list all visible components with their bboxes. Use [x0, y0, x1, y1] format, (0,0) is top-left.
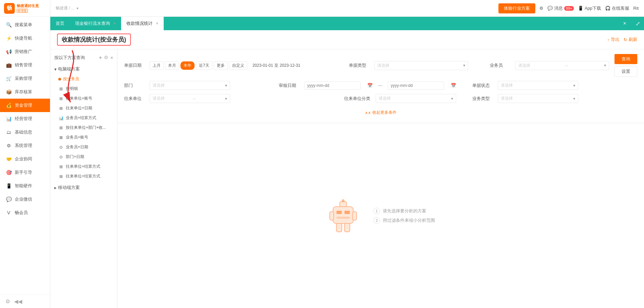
dept-select[interactable]: 请选择 ▾	[150, 81, 230, 90]
settings-button[interactable]: 设置	[614, 66, 637, 77]
mobile-section-title[interactable]: ▸ 移动端方案	[50, 183, 117, 193]
biz-type-select[interactable]: 请选择 ▾	[498, 94, 578, 103]
date-btn-more[interactable]: 更多	[214, 61, 228, 70]
scheme-settings-icon[interactable]: ⚙	[104, 55, 108, 61]
close-all-tabs-icon[interactable]: ×	[618, 20, 632, 27]
unit-settle2-icon: ⊞	[58, 174, 64, 179]
sidebar-item-sales[interactable]: 💼 销售管理	[0, 58, 50, 72]
sidebar-item-enterprise[interactable]: 🤝 企业协同	[0, 152, 50, 166]
notification-badge: 99+	[564, 6, 574, 11]
date-to: 2023-12-31	[280, 63, 300, 68]
right-content: 单据日期 上月 本月 本年 近7天 更多 自定义 2023-01-01 至 20…	[117, 49, 644, 308]
purchase-icon: 🛒	[5, 75, 12, 82]
date-btn-this-month[interactable]: 本月	[165, 61, 179, 70]
step-num-2: 2	[373, 217, 380, 224]
sidebar-item-vip[interactable]: V 畅会员	[0, 206, 50, 219]
scheme-unit-settle2[interactable]: ⊞ 往来单位+结算方式	[50, 171, 117, 181]
expand-tabs-icon[interactable]: ⤢	[632, 20, 644, 27]
doc-type-select[interactable]: 请选择 ▾	[374, 61, 468, 70]
svg-rect-0	[333, 207, 353, 223]
salesperson-more-icon[interactable]: ···	[565, 63, 568, 68]
sidebar-item-marketing[interactable]: 📢 营销推广	[0, 45, 50, 58]
sidebar-item-operation[interactable]: 📊 经营管理	[0, 112, 50, 125]
topbar: 畅捷通 / ... ▾ 体验行业方案 ⚙ 💬 消息 99+ 📱 App下载 🎧 …	[50, 0, 644, 17]
refresh-button[interactable]: ↻ 刷新	[624, 37, 637, 43]
calendar-from-icon[interactable]: 📅	[367, 83, 373, 88]
salesperson-select[interactable]: 请选择 ··· ▾	[515, 61, 609, 70]
salesperson-date-icon: ⊙	[58, 145, 64, 150]
tab-bank-flow-close[interactable]: ×	[113, 21, 116, 26]
breadcrumb-chevron[interactable]: ▾	[76, 6, 78, 11]
tab-bank-flow[interactable]: 现金银行流水查询 ×	[70, 17, 121, 30]
app-download-action[interactable]: 📱 App下载	[578, 5, 601, 11]
date-btn-this-year[interactable]: 本年	[180, 61, 195, 70]
scheme-unit-settle1[interactable]: ⊞ 往来单位+结算方式	[50, 162, 117, 171]
notifications-action[interactable]: 💬 消息 99+	[547, 5, 574, 11]
tab-bank-flow-label: 现金银行流水查询	[75, 20, 110, 27]
logo-icon: 畅	[4, 3, 15, 14]
partner-select[interactable]: 请选择 ··· ▾	[150, 94, 230, 103]
review-date-label: 审核日期	[279, 83, 299, 89]
sidebar-nav: 🔍 搜索菜单 ⚡ 快捷导航 📢 营销推广 💼 销售管理 🛒 采购管理 📦 库存核…	[0, 17, 50, 295]
scheme-unit-dept-collect[interactable]: ⊞ 按往来单位+部门+收...	[50, 123, 117, 133]
scheme-salesperson-date[interactable]: ⊙ 业务员+日期	[50, 142, 117, 152]
query-button[interactable]: 查询	[614, 54, 637, 64]
notification-icon: 💬	[547, 6, 553, 11]
review-date-from[interactable]	[304, 82, 361, 90]
user-name-action[interactable]: Rit	[633, 6, 639, 11]
export-icon: ↑	[607, 37, 610, 42]
date-btn-last-7-days[interactable]: 近7天	[196, 61, 212, 70]
settings-bottom-icon[interactable]: ⚙	[5, 298, 10, 305]
doc-status-select[interactable]: 请选择 ▾	[498, 81, 578, 90]
operation-icon: 📊	[5, 115, 12, 122]
left-panel: 按以下方案查询 + ⚙ « ▾ 电脑端方案 按业务员 ⊞ 按明	[50, 49, 117, 308]
export-button[interactable]: ↑ 导出	[607, 37, 620, 43]
scheme-by-salesperson[interactable]: 按业务员	[50, 74, 117, 84]
tabbar: 首页 现金银行流水查询 × 收款情况统计 × × ⤢	[50, 17, 644, 30]
trial-button[interactable]: 体验行业方案	[498, 3, 535, 13]
add-scheme-icon[interactable]: +	[99, 55, 102, 61]
scheme-salesperson-settle[interactable]: 📊 业务员+结算方式	[50, 113, 117, 123]
scheme-unit-account[interactable]: ⊞ 往来单位+账号	[50, 94, 117, 103]
sidebar-item-search-menu[interactable]: 🔍 搜索菜单	[0, 18, 50, 32]
page-header: 收款情况统计(按业务员) ↑ 导出 ↻ 刷新	[50, 30, 644, 49]
hardware-icon: 📱	[5, 183, 12, 189]
mobile-section: ▸ 移动端方案	[50, 183, 117, 193]
scheme-unit-date[interactable]: ⊞ 往来单位+日期	[50, 103, 117, 113]
scheme-by-detail[interactable]: ⊞ 按明细	[50, 84, 117, 94]
customer-service-action[interactable]: 🎧 在线客服	[605, 5, 629, 11]
date-range-display: 2023-01-01 至 2023-12-31	[253, 63, 301, 68]
empty-step-1: 1 请先选择要分析的方案	[373, 208, 435, 214]
panel-header-title: 按以下方案查询	[54, 55, 85, 61]
collapse-sidebar-icon[interactable]: ◀◀	[14, 298, 22, 305]
calendar-to-icon[interactable]: 📅	[451, 83, 456, 88]
tab-collection-stats[interactable]: 收款情况统计 ×	[121, 17, 164, 30]
biz-type-label: 业务类型	[472, 96, 492, 102]
active-dot	[58, 78, 61, 81]
tab-collection-stats-close[interactable]: ×	[156, 21, 158, 26]
sidebar-item-basic[interactable]: 🗂 基础信息	[0, 125, 50, 139]
sidebar-item-finance[interactable]: 💰 资金管理	[0, 99, 50, 112]
date-btn-custom[interactable]: 自定义	[229, 61, 247, 70]
tab-home[interactable]: 首页	[50, 17, 70, 30]
sidebar-item-system[interactable]: ⚙ 系统管理	[0, 139, 50, 152]
date-btn-last-month[interactable]: 上月	[150, 61, 164, 70]
sidebar-item-guide[interactable]: 🎯 新手引导	[0, 166, 50, 179]
scheme-dept-date[interactable]: ⊙ 部门+日期	[50, 152, 117, 162]
collapse-bar[interactable]: ∧∧ 收起更多条件	[124, 107, 637, 118]
sidebar-item-hardware[interactable]: 📱 智能硬件	[0, 179, 50, 193]
partner-chevron: ▾	[225, 96, 227, 101]
settings-action[interactable]: ⚙	[539, 6, 543, 11]
partner-class-select[interactable]: 请选择 ▾	[376, 94, 456, 103]
collapse-panel-icon[interactable]: «	[110, 55, 113, 61]
filter-row-3: 往来单位 请选择 ··· ▾ 往来单位分类 请选择 ▾ 业务类型	[124, 94, 637, 103]
sidebar-item-purchase[interactable]: 🛒 采购管理	[0, 72, 50, 85]
sidebar-item-quick-nav[interactable]: ⚡ 快捷导航	[0, 32, 50, 45]
desktop-section-title[interactable]: ▾ 电脑端方案	[50, 64, 117, 74]
review-date-to[interactable]	[388, 82, 444, 90]
sidebar-item-inventory[interactable]: 📦 库存核算	[0, 85, 50, 99]
partner-more-icon[interactable]: ···	[193, 96, 196, 101]
svg-rect-1	[336, 211, 342, 214]
scheme-salesperson-account[interactable]: ⊠ 业务员+账号	[50, 133, 117, 142]
sidebar-item-wechat[interactable]: 💬 企业微信	[0, 193, 50, 206]
